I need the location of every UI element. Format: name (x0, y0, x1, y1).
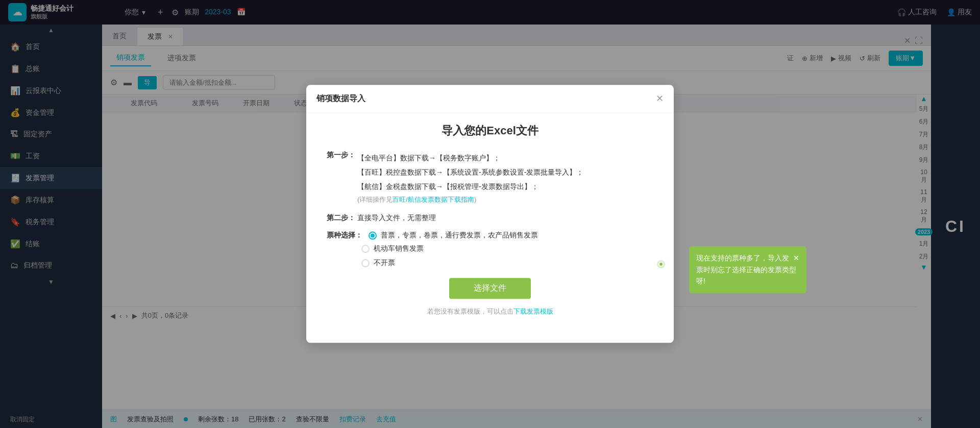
step1-guide-link[interactable]: 百旺/航信发票数据下载指南 (393, 196, 474, 203)
download-tip: 若您没有发票模版，可以点击下载发票模版 (327, 307, 653, 317)
tooltip-bubble: ✕ 现在支持的票种多了，导入发票时别忘了选择正确的发票类型呀! (689, 247, 806, 293)
step2-block: 第二步： 直接导入文件，无需整理 (327, 214, 653, 223)
ticket-type-group: 票种选择： 普票，专票，卷票，通行费发票，农产品销售发票 机动车销售发票 不开票 (327, 231, 653, 268)
modal-main-title: 导入您的Excel文件 (327, 123, 653, 138)
radio-option-2[interactable]: 机动车销售发票 (361, 245, 653, 254)
step1-note: (详细操作见百旺/航信发票数据下载指南) (357, 194, 583, 205)
radio-option-3[interactable]: 不开票 (361, 259, 653, 268)
modal-body: 导入您的Excel文件 第一步： 【全电平台】数据下载→【税务数字账户】； 【百… (306, 113, 674, 326)
radio-circle-1 (369, 232, 377, 240)
tooltip-close-btn[interactable]: ✕ (793, 253, 799, 264)
step1-row: 第一步： 【全电平台】数据下载→【税务数字账户】； 【百旺】税控盘数据下载→【系… (327, 151, 653, 205)
radio-label-2: 机动车销售发票 (374, 245, 424, 254)
step2-row: 第二步： 直接导入文件，无需整理 (327, 214, 653, 223)
download-tip-prefix: 若您没有发票模版，可以点击 (427, 308, 513, 316)
modal-title: 销项数据导入 (316, 93, 365, 104)
radio-circle-3 (361, 259, 370, 268)
radio-label-3: 不开票 (374, 259, 395, 268)
step2-label: 第二步： (327, 214, 357, 223)
step1-content: 【全电平台】数据下载→【税务数字账户】； 【百旺】税控盘数据下载→【系统设置-系… (357, 151, 583, 205)
step2-content: 直接导入文件，无需整理 (357, 214, 436, 223)
tooltip-indicator-dot (658, 262, 664, 267)
tooltip-text: 现在支持的票种多了，导入发票时别忘了选择正确的发票类型呀! (696, 254, 796, 286)
step1-note-suffix: ) (474, 196, 476, 203)
step1-block: 第一步： 【全电平台】数据下载→【税务数字账户】； 【百旺】税控盘数据下载→【系… (327, 151, 653, 205)
modal-close-btn[interactable]: ✕ (656, 93, 664, 104)
step1-label: 第一步： (327, 151, 357, 205)
import-modal: 销项数据导入 ✕ 导入您的Excel文件 第一步： 【全电平台】数据下载→【税务… (306, 85, 674, 343)
radio-option-1[interactable]: 普票，专票，卷票，通行费发票，农产品销售发票 (369, 231, 538, 241)
radio-label-1: 普票，专票，卷票，通行费发票，农产品销售发票 (381, 231, 538, 241)
download-template-link[interactable]: 下载发票模版 (513, 308, 553, 316)
step1-line1: 【全电平台】数据下载→【税务数字账户】； (357, 151, 583, 165)
step1-line3: 【航信】金税盘数据下载→【报税管理-发票数据导出】； (357, 179, 583, 194)
radio-rows: 机动车销售发票 不开票 (361, 245, 653, 268)
ticket-label-row: 票种选择： 普票，专票，卷票，通行费发票，农产品销售发票 (327, 231, 653, 241)
step1-note-prefix: (详细操作见 (357, 196, 393, 203)
modal-header: 销项数据导入 ✕ (306, 85, 674, 113)
ticket-label: 票种选择： (327, 231, 362, 241)
select-file-btn[interactable]: 选择文件 (449, 278, 531, 299)
radio-circle-2 (361, 245, 370, 253)
step1-line2: 【百旺】税控盘数据下载→【系统设置-系统参数设置-发票批量导入】； (357, 165, 583, 179)
